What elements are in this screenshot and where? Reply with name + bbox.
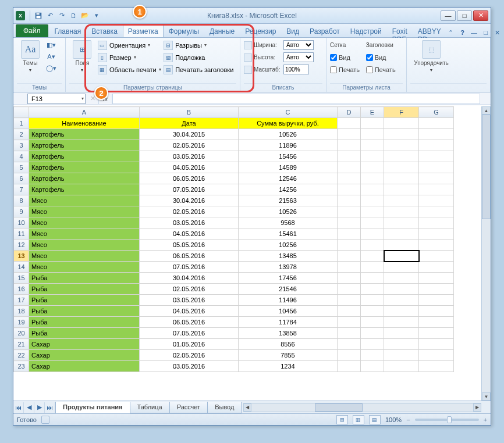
- cell-B18[interactable]: 04.05.2016: [140, 306, 239, 317]
- cell-F8[interactable]: [384, 195, 419, 206]
- cell-A9[interactable]: Мясо: [29, 206, 140, 217]
- cell-A6[interactable]: Картофель: [29, 173, 140, 184]
- qat-open-icon[interactable]: 📂: [79, 10, 91, 22]
- cell-G23[interactable]: [419, 361, 454, 372]
- row-header-7[interactable]: 7: [14, 184, 29, 195]
- cell-F4[interactable]: [384, 151, 419, 162]
- sheet-nav-prev-icon[interactable]: ◀: [24, 402, 34, 413]
- close-button[interactable]: ✕: [473, 10, 488, 21]
- cell-G11[interactable]: [419, 228, 454, 240]
- print-area-button[interactable]: ▦Область печати▾: [98, 63, 161, 76]
- headings-view-checkbox[interactable]: Вид: [366, 51, 403, 63]
- cell-G3[interactable]: [419, 140, 454, 151]
- theme-effects-icon[interactable]: ◯▾: [46, 62, 56, 74]
- row-header-15[interactable]: 15: [14, 273, 29, 284]
- vertical-scrollbar[interactable]: ▲ ▼: [481, 106, 491, 401]
- row-header-16[interactable]: 16: [14, 284, 29, 295]
- cell-A16[interactable]: Рыба: [29, 284, 140, 295]
- cell-B23[interactable]: 03.05.2016: [140, 361, 239, 372]
- row-header-5[interactable]: 5: [14, 162, 29, 173]
- cell-C17[interactable]: 11496: [239, 295, 338, 306]
- zoom-in-icon[interactable]: +: [484, 416, 487, 423]
- cell-C13[interactable]: 13485: [239, 251, 338, 262]
- margins-button[interactable]: ⊞ Поля ▾: [69, 39, 95, 83]
- cell-G1[interactable]: [419, 118, 454, 129]
- cell-C9[interactable]: 10526: [239, 206, 338, 217]
- cell-E15[interactable]: [361, 273, 384, 284]
- cell-F7[interactable]: [384, 184, 419, 195]
- cell-E1[interactable]: [361, 118, 384, 129]
- orientation-button[interactable]: ▭Ориентация▾: [98, 39, 161, 51]
- cell-D15[interactable]: [338, 273, 361, 284]
- cell-D11[interactable]: [338, 228, 361, 240]
- cell-C22[interactable]: 7855: [239, 350, 338, 361]
- row-header-1[interactable]: 1: [14, 118, 29, 129]
- cell-B3[interactable]: 02.05.2016: [140, 140, 239, 151]
- cell-B6[interactable]: 06.05.2016: [140, 173, 239, 184]
- cell-F5[interactable]: [384, 162, 419, 173]
- cell-G15[interactable]: [419, 273, 454, 284]
- cell-F2[interactable]: [384, 129, 419, 140]
- headings-print-checkbox[interactable]: Печать: [366, 63, 403, 76]
- cell-E14[interactable]: [361, 262, 384, 273]
- row-header-9[interactable]: 9: [14, 206, 29, 217]
- sheet-nav-next-icon[interactable]: ▶: [34, 402, 45, 413]
- cell-D14[interactable]: [338, 262, 361, 273]
- scroll-thumb[interactable]: [482, 115, 491, 219]
- fit-height-select[interactable]: Авто: [283, 52, 314, 62]
- cell-E16[interactable]: [361, 284, 384, 295]
- cell-A15[interactable]: Рыба: [29, 273, 140, 284]
- sheet-tab-3[interactable]: Вывод: [207, 402, 242, 413]
- cell-F14[interactable]: [384, 262, 419, 273]
- cell-F10[interactable]: [384, 217, 419, 228]
- help-icon[interactable]: ?: [458, 28, 467, 37]
- cell-C20[interactable]: 13858: [239, 328, 338, 339]
- cell-A21[interactable]: Сахар: [29, 339, 140, 350]
- zoom-level[interactable]: 100%: [385, 416, 402, 423]
- cell-D5[interactable]: [338, 162, 361, 173]
- cell-A5[interactable]: Картофель: [29, 162, 140, 173]
- cell-D21[interactable]: [338, 339, 361, 350]
- cell-B5[interactable]: 04.05.2016: [140, 162, 239, 173]
- cell-F3[interactable]: [384, 140, 419, 151]
- cell-F17[interactable]: [384, 295, 419, 306]
- cell-B16[interactable]: 02.05.2016: [140, 284, 239, 295]
- tab-view[interactable]: Вид: [281, 24, 304, 37]
- name-box[interactable]: F13▾: [27, 94, 86, 104]
- col-header-E[interactable]: E: [361, 107, 384, 118]
- cell-A3[interactable]: Картофель: [29, 140, 140, 151]
- size-button[interactable]: ▯Размер▾: [98, 51, 161, 63]
- cell-C6[interactable]: 12546: [239, 173, 338, 184]
- cell-D22[interactable]: [338, 350, 361, 361]
- col-header-G[interactable]: G: [419, 107, 454, 118]
- cell-B8[interactable]: 30.04.2016: [140, 195, 239, 206]
- cell-F15[interactable]: [384, 273, 419, 284]
- gridlines-view-checkbox[interactable]: Вид: [330, 51, 364, 63]
- cell-G5[interactable]: [419, 162, 454, 173]
- cell-C14[interactable]: 13978: [239, 262, 338, 273]
- cell-G12[interactable]: [419, 240, 454, 251]
- cell-C10[interactable]: 9568: [239, 217, 338, 228]
- cell-D16[interactable]: [338, 284, 361, 295]
- cell-B11[interactable]: 04.05.2016: [140, 228, 239, 240]
- cell-E5[interactable]: [361, 162, 384, 173]
- cell-C1[interactable]: Сумма выручки, руб.: [239, 118, 338, 129]
- cell-B22[interactable]: 02.05.2016: [140, 350, 239, 361]
- cell-C3[interactable]: 11896: [239, 140, 338, 151]
- cell-G22[interactable]: [419, 350, 454, 361]
- cell-G8[interactable]: [419, 195, 454, 206]
- row-header-21[interactable]: 21: [14, 339, 29, 350]
- cell-A18[interactable]: Рыба: [29, 306, 140, 317]
- row-header-20[interactable]: 20: [14, 328, 29, 339]
- cell-A11[interactable]: Мясо: [29, 228, 140, 240]
- horizontal-scrollbar[interactable]: ◀ ▶: [243, 403, 481, 412]
- minimize-ribbon-icon[interactable]: ⌃: [446, 28, 456, 37]
- qat-redo-icon[interactable]: ↷: [56, 10, 68, 22]
- doc-close-icon[interactable]: ✕: [493, 28, 502, 37]
- hscroll-right-icon[interactable]: ▶: [473, 403, 481, 412]
- zoom-out-icon[interactable]: −: [406, 416, 410, 423]
- hscroll-thumb[interactable]: [315, 403, 362, 412]
- row-header-18[interactable]: 18: [14, 306, 29, 317]
- cell-G21[interactable]: [419, 339, 454, 350]
- cell-C15[interactable]: 17456: [239, 273, 338, 284]
